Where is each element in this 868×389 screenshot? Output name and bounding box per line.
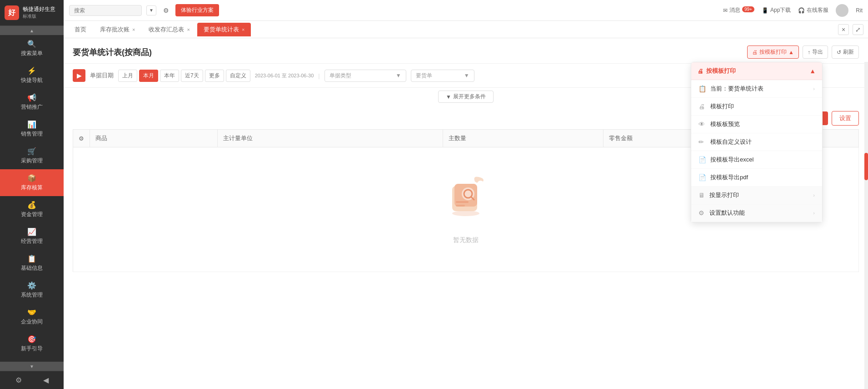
default-func-icon: ⚙ — [698, 209, 705, 217]
template-preview-label: 模板板预览 — [710, 120, 740, 128]
sidebar-item-label: 新手引导 — [21, 345, 43, 353]
sidebar-item-basic[interactable]: 📋 基础信息 — [0, 250, 64, 277]
sales-icon: 📊 — [27, 120, 36, 129]
topbar-app-download-btn[interactable]: 📱 App下载 — [762, 6, 791, 14]
filter-date-7days[interactable]: 近7天 — [181, 70, 203, 82]
svg-rect-7 — [456, 205, 465, 207]
sidebar-item-label: 经营管理 — [21, 237, 43, 245]
setting-btn[interactable]: 设置 — [832, 111, 859, 126]
sidebar-scroll-up-btn[interactable]: ▲ — [0, 26, 64, 35]
sidebar-scroll-down-btn[interactable]: ▼ — [0, 362, 64, 371]
col-unit: 主计量单位 — [218, 130, 443, 147]
marketing-icon: 📢 — [27, 93, 36, 102]
tab-inventory-batch-close[interactable]: × — [132, 27, 135, 32]
topbar-dropdown-btn[interactable]: ▼ — [146, 5, 156, 15]
sidebar-item-inventory[interactable]: 📦 库存核算 — [0, 169, 64, 196]
print-dropdown-display-print[interactable]: 🖥 按显示打印 › — [691, 187, 822, 204]
topbar-messages-btn[interactable]: ✉ 消息 99+ — [723, 6, 754, 14]
template-pdf-label: 按模板导出pdf — [710, 173, 748, 182]
sidebar-item-apps[interactable]: 🔲 应用中心 — [0, 357, 64, 362]
sidebar-toggle-btn[interactable]: ◀ — [43, 376, 49, 384]
sidebar-item-label: 资金管理 — [21, 211, 43, 218]
display-print-label: 按显示打印 — [709, 191, 739, 199]
filter-order-chevron: ▼ — [464, 72, 469, 79]
scrollbar-thumb[interactable] — [864, 153, 868, 180]
filter-type-label: 单据类型 — [329, 72, 351, 80]
col-product: 商品 — [90, 130, 218, 147]
printer-icon: 🖨 — [752, 49, 758, 56]
template-excel-label: 按模板导出excel — [710, 156, 753, 164]
page-header: 要货单统计表(按商品) 🖨 按模板打印 ▲ ↑ 导出 ↺ 刷新 — [64, 38, 868, 64]
filter-date-this-year[interactable]: 本年 — [160, 70, 179, 82]
filter-date-custom[interactable]: 自定义 — [226, 70, 250, 82]
filter-date-more[interactable]: 更多 — [205, 70, 224, 82]
print-btn-label: 按模板打印 — [759, 48, 787, 56]
current-template-label: 当前：要货单统计表 — [710, 85, 763, 93]
sidebar-item-label: 基础信息 — [21, 264, 43, 272]
sidebar-item-collab[interactable]: 🤝 企业协同 — [0, 303, 64, 330]
tab-home[interactable]: 首页 — [68, 23, 93, 36]
sidebar-item-operations[interactable]: 📈 经营管理 — [0, 223, 64, 250]
col-settings[interactable]: ⚙ — [73, 130, 90, 147]
sidebar-item-search[interactable]: 🔍 搜索菜单 — [0, 35, 64, 62]
sidebar-item-sales[interactable]: 📊 销售管理 — [0, 116, 64, 142]
headset-icon: 🎧 — [798, 7, 805, 14]
page-content: 要货单统计表(按商品) 🖨 按模板打印 ▲ ↑ 导出 ↺ 刷新 ▶ — [64, 38, 868, 389]
filter-type-select[interactable]: 单据类型 ▼ — [324, 70, 406, 82]
filter-date-last-month[interactable]: 上月 — [118, 70, 137, 82]
print-dropdown-template-excel[interactable]: 📄 按模板导出excel — [691, 151, 822, 169]
expand-icon: ▼ — [446, 94, 451, 100]
print-dropdown-close-btn[interactable]: ▲ — [809, 67, 816, 75]
window-maximize-btn[interactable]: ⤢ — [853, 24, 863, 35]
topbar-trial-btn[interactable]: 体验行业方案 — [175, 4, 219, 16]
sidebar-item-quick-nav[interactable]: ⚡ 快捷导航 — [0, 62, 64, 89]
window-close-btn[interactable]: × — [838, 24, 849, 35]
sidebar-item-system[interactable]: ⚙️ 系统管理 — [0, 277, 64, 303]
preview-icon: 👁 — [698, 121, 706, 128]
app-logo-icon: 好 — [5, 5, 19, 20]
print-dropdown-template-pdf[interactable]: 📄 按模板导出pdf — [691, 169, 822, 187]
template-print-label: 模板打印 — [710, 102, 734, 111]
filter-expand-btn[interactable]: ▶ — [73, 69, 85, 82]
filter-order-select[interactable]: 要货单 ▼ — [411, 70, 474, 82]
tab-inventory-batch[interactable]: 库存批次账 × — [94, 23, 141, 36]
right-scrollbar[interactable] — [864, 62, 868, 389]
print-dropdown-default-func[interactable]: ⚙ 设置默认功能 › — [691, 204, 822, 222]
tab-receipt-summary-close[interactable]: × — [187, 27, 190, 32]
refresh-btn[interactable]: ↺ 刷新 — [832, 45, 859, 59]
topbar-avatar[interactable] — [836, 4, 848, 17]
print-dropdown-header: 🖨 按模板打印 ▲ — [691, 62, 822, 80]
expand-more-btn[interactable]: ▼ 展开更多条件 — [438, 91, 494, 103]
sidebar-item-marketing[interactable]: 📢 营销推广 — [0, 89, 64, 116]
col-quantity: 主数量 — [443, 130, 604, 147]
topbar-username: Rit — [856, 7, 863, 14]
app-edition: 标准版 — [23, 13, 55, 20]
scroll-down-icon[interactable]: ▼ — [0, 362, 64, 371]
export-btn[interactable]: ↑ 导出 — [803, 45, 828, 59]
filter-date-this-month[interactable]: 本月 — [139, 70, 158, 82]
topbar-search-input[interactable] — [69, 5, 142, 16]
tab-receipt-summary[interactable]: 收发存汇总表 × — [142, 23, 196, 36]
tab-order-summary[interactable]: 要货单统计表 × — [197, 23, 251, 36]
sidebar-item-label: 采购管理 — [21, 157, 43, 165]
topbar-settings-btn[interactable]: ⚙ — [161, 5, 171, 15]
display-icon: 🖥 — [698, 192, 705, 199]
sidebar: 好 畅捷通好生意 标准版 ▲ 🔍 搜索菜单 ⚡ 快捷导航 📢 营销推广 📊 销售… — [0, 0, 64, 389]
sidebar-settings-btn[interactable]: ⚙ — [15, 376, 22, 384]
sidebar-item-label: 销售管理 — [21, 130, 43, 138]
sidebar-item-purchase[interactable]: 🛒 采购管理 — [0, 142, 64, 169]
print-dropdown-template-design[interactable]: ✏ 模板自定义设计 — [691, 133, 822, 151]
topbar-messages-badge: 99+ — [742, 6, 754, 12]
tab-order-summary-close[interactable]: × — [242, 27, 244, 32]
scroll-up-icon[interactable]: ▲ — [0, 26, 64, 35]
sidebar-item-guide[interactable]: 🎯 新手引导 — [0, 330, 64, 357]
expand-btn-label: 展开更多条件 — [453, 93, 486, 101]
print-dropdown-current-template[interactable]: 📋 当前：要货单统计表 › — [691, 80, 822, 98]
filter-date-range: 2023-06-01 至 2023-06-30 — [255, 72, 314, 79]
print-dropdown-template-preview[interactable]: 👁 模板板预览 — [691, 116, 822, 133]
print-dropdown-template-print[interactable]: 🖨 模板打印 — [691, 98, 822, 116]
purchase-icon: 🛒 — [27, 147, 36, 156]
sidebar-item-finance[interactable]: 💰 资金管理 — [0, 196, 64, 223]
topbar-online-support-btn[interactable]: 🎧 在线客服 — [798, 6, 828, 14]
print-template-btn[interactable]: 🖨 按模板打印 ▲ — [747, 45, 799, 59]
